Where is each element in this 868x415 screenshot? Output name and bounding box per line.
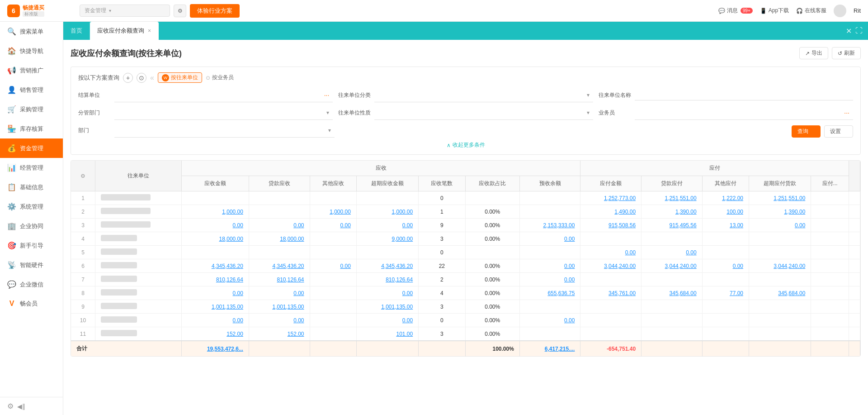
table-cell[interactable]: 345,761.00 xyxy=(580,286,642,300)
table-cell[interactable]: 1,000.00 xyxy=(356,205,418,219)
sidebar-settings-btn[interactable]: ⚙ xyxy=(7,402,14,410)
sidebar-item-inventory[interactable]: 🏪 库存核算 xyxy=(0,119,63,138)
table-cell[interactable]: 0.00 xyxy=(749,219,811,232)
settlement-unit-dots-icon[interactable]: ··· xyxy=(324,91,330,99)
table-cell[interactable]: 915,508.56 xyxy=(580,219,642,232)
table-cell[interactable]: 1,222.00 xyxy=(702,191,749,205)
unit-nature-chevron-icon[interactable]: ▾ xyxy=(587,110,590,116)
sidebar-item-wechat[interactable]: 💬 企业微信 xyxy=(0,275,63,294)
breadcrumb-area[interactable]: 资金管理 ▾ xyxy=(80,5,170,17)
sidebar-item-enterprise[interactable]: 🏢 企业协同 xyxy=(0,216,63,236)
table-cell[interactable]: 0.00 xyxy=(356,286,418,300)
table-cell[interactable]: 152.00 xyxy=(249,327,310,341)
collapse-button[interactable]: ∧ 收起更多条件 xyxy=(447,141,485,149)
table-cell[interactable]: 0.00 xyxy=(642,246,703,259)
trial-button[interactable]: 体验行业方案 xyxy=(190,4,240,18)
table-cell[interactable]: 0.00 xyxy=(519,232,580,246)
table-cell[interactable]: 0.00 xyxy=(182,314,249,327)
table-cell[interactable]: 3,044,240.00 xyxy=(580,259,642,273)
unit-category-input[interactable] xyxy=(378,90,586,100)
table-cell[interactable]: 915,495.56 xyxy=(642,219,703,232)
settlement-unit-input[interactable] xyxy=(118,90,324,100)
table-cell[interactable]: 810,126.64 xyxy=(356,273,418,286)
table-cell[interactable]: 2,153,333.00 xyxy=(519,219,580,232)
table-cell[interactable]: 345,684.00 xyxy=(749,286,811,300)
dept2-input[interactable] xyxy=(118,125,328,135)
table-cell[interactable]: 1,251,551.00 xyxy=(642,191,703,205)
table-cell[interactable]: 0.00 xyxy=(702,259,749,273)
table-cell[interactable]: 0.00 xyxy=(519,314,580,327)
filter-settings-button[interactable]: 设置 xyxy=(824,125,853,138)
table-cell[interactable]: 18,000.00 xyxy=(249,232,310,246)
tab-close-icon[interactable]: × xyxy=(148,28,151,34)
sidebar-item-finance[interactable]: 💰 资金管理 xyxy=(0,138,63,158)
unit-nature-input[interactable] xyxy=(378,108,586,118)
online-service-item[interactable]: 🎧 在线客服 xyxy=(796,7,826,14)
salesperson-input[interactable] xyxy=(638,108,844,118)
table-cell[interactable]: 1,001,135.00 xyxy=(356,300,418,314)
filter-scheme-salesperson[interactable]: ⊙ 按业务员 xyxy=(206,74,234,81)
table-cell[interactable]: 0.00 xyxy=(310,259,356,273)
table-cell[interactable]: 4,345,436.20 xyxy=(249,259,310,273)
dept2-chevron-icon[interactable]: ▾ xyxy=(328,127,331,134)
export-button[interactable]: ↗ 导出 xyxy=(799,47,828,59)
table-cell[interactable]: 13.00 xyxy=(702,219,749,232)
table-cell[interactable]: 77.00 xyxy=(702,286,749,300)
sidebar-item-system[interactable]: ⚙️ 系统管理 xyxy=(0,197,63,216)
table-cell[interactable]: 18,000.00 xyxy=(182,232,249,246)
sidebar-item-search-menu[interactable]: 🔍 搜索菜单 xyxy=(0,22,63,41)
tab-ar-ap-query[interactable]: 应收应付余额查询 × xyxy=(90,22,159,40)
table-cell[interactable]: 0.00 xyxy=(310,219,356,232)
table-cell[interactable]: 0.00 xyxy=(249,314,310,327)
table-cell[interactable]: 810,126.64 xyxy=(182,273,249,286)
table-cell[interactable]: 0.00 xyxy=(519,259,580,273)
table-cell[interactable]: 0.00 xyxy=(356,314,418,327)
table-cell[interactable]: 1,390.00 xyxy=(749,205,811,219)
refresh-button[interactable]: ↺ 刷新 xyxy=(832,47,861,59)
table-cell[interactable]: 152.00 xyxy=(182,327,249,341)
table-cell[interactable]: 345,684.00 xyxy=(642,286,703,300)
table-cell[interactable]: 9,000.00 xyxy=(356,232,418,246)
table-cell[interactable]: 0.00 xyxy=(249,286,310,300)
sidebar-item-basic-info[interactable]: 📋 基础信息 xyxy=(0,177,63,197)
table-cell[interactable]: 0.00 xyxy=(519,273,580,286)
sidebar-item-hardware[interactable]: 📡 智能硬件 xyxy=(0,255,63,275)
table-cell[interactable]: 0.00 xyxy=(182,286,249,300)
filter-scheme-unit[interactable]: W 按往来单位 xyxy=(158,72,202,83)
filter-arrow-btn[interactable]: « xyxy=(150,74,154,82)
table-col-settings[interactable]: ⚙ xyxy=(71,161,95,191)
filter-circle-btn[interactable]: ⊙ xyxy=(137,73,146,83)
table-cell[interactable]: 101.00 xyxy=(356,327,418,341)
table-cell[interactable]: 0.00 xyxy=(182,219,249,232)
table-cell[interactable]: 1,000.00 xyxy=(310,205,356,219)
table-cell[interactable]: 1,001,135.00 xyxy=(182,300,249,314)
table-cell[interactable]: 1,000.00 xyxy=(182,205,249,219)
table-cell[interactable]: 3,044,240.00 xyxy=(642,259,703,273)
unit-category-chevron-icon[interactable]: ▾ xyxy=(587,92,590,98)
table-cell[interactable]: 655,636.75 xyxy=(519,286,580,300)
settings-icon-btn[interactable]: ⚙ xyxy=(174,5,186,17)
table-cell[interactable]: 0.00 xyxy=(356,219,418,232)
table-cell[interactable]: 3,044,240.00 xyxy=(749,259,811,273)
messages-item[interactable]: 💬 消息 99+ xyxy=(718,7,753,14)
table-cell[interactable]: 0.00 xyxy=(580,246,642,259)
salesperson-dots-icon[interactable]: ··· xyxy=(844,109,849,116)
expand-icon[interactable]: ⛶ xyxy=(855,27,863,35)
unit-name-input[interactable] xyxy=(635,90,853,100)
footer-ar-amount[interactable]: 19,553,472,6... xyxy=(182,341,249,356)
filter-add-btn[interactable]: + xyxy=(123,73,133,83)
sidebar-item-quick-nav[interactable]: 🏠 快捷导航 xyxy=(0,41,63,61)
close-window-icon[interactable]: ✕ xyxy=(846,27,852,35)
table-cell[interactable]: 810,126.64 xyxy=(249,273,310,286)
app-download-item[interactable]: 📱 App下载 xyxy=(760,7,789,14)
footer-ar-prepay[interactable]: 6,417,215.... xyxy=(519,341,580,356)
sidebar-collapse-btn[interactable]: ◀‖ xyxy=(17,403,25,410)
sidebar-item-marketing[interactable]: 📢 营销推广 xyxy=(0,61,63,80)
avatar[interactable] xyxy=(834,5,846,17)
sidebar-item-member[interactable]: V 畅会员 xyxy=(0,294,63,313)
sidebar-item-purchase[interactable]: 🛒 采购管理 xyxy=(0,100,63,119)
sidebar-item-guide[interactable]: 🎯 新手引导 xyxy=(0,236,63,255)
table-cell[interactable]: 1,490.00 xyxy=(580,205,642,219)
dept-chevron-icon[interactable]: ▾ xyxy=(326,110,329,116)
sidebar-item-sales[interactable]: 👤 销售管理 xyxy=(0,80,63,100)
